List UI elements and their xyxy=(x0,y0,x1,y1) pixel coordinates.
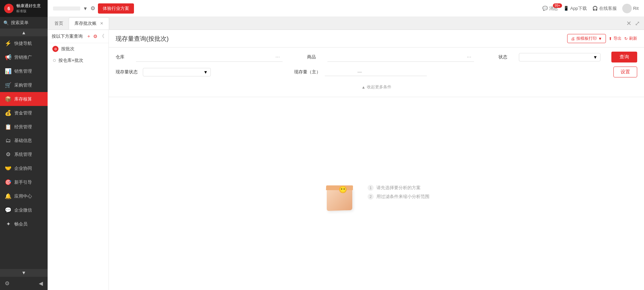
print-dropdown-icon[interactable]: ▼ xyxy=(598,36,602,41)
sidebar-item-shortcut[interactable]: ⚡快捷导航 xyxy=(0,36,48,50)
sidebar-item-finance[interactable]: 💰资金管理 xyxy=(0,106,48,120)
scheme-header-label: 按以下方案查询 xyxy=(52,33,83,39)
sidebar-label-enterprise: 企业协同 xyxy=(14,165,32,171)
tabbar: 首页 库存批次账 ✕ ✕ ⤢ xyxy=(48,17,644,30)
sidebar-label-marketing: 营销推广 xyxy=(14,54,32,60)
sales-icon: 📊 xyxy=(5,68,12,74)
stock-qty-min[interactable] xyxy=(327,69,355,74)
left-panel-actions: ＋ ⚙ 《 xyxy=(86,33,104,39)
scheme-item-batch[interactable]: ⚙ 按批次 xyxy=(48,43,108,55)
topbar-left: ▼ ⚙ 体验行业方案 xyxy=(53,3,538,14)
sidebar-label-appstore: 应用中心 xyxy=(14,193,32,199)
newbie-icon: 🎯 xyxy=(5,179,12,185)
operation-icon: 📋 xyxy=(5,124,12,130)
breadcrumb-placeholder xyxy=(53,6,80,11)
member-icon: ✦ xyxy=(5,221,12,227)
filter-warehouse: 仓库 ··· xyxy=(116,53,283,62)
sidebar-item-enterprise[interactable]: 🤝企业协同 xyxy=(0,161,48,175)
tab-home-label: 首页 xyxy=(54,20,63,26)
inventory-icon: 📦 xyxy=(5,96,12,102)
sidebar-item-purchase[interactable]: 🛒采购管理 xyxy=(0,78,48,92)
sidebar-search[interactable]: 🔍 搜索菜单 xyxy=(0,17,48,29)
sidebar-item-newbie[interactable]: 🎯新手引导 xyxy=(0,175,48,189)
page-content: 按以下方案查询 ＋ ⚙ 《 ⚙ 按批次 按仓库+批次 现存量查询(按批次) xyxy=(48,30,644,290)
sidebar-label-member: 畅会员 xyxy=(14,221,28,227)
scheme-settings-icon[interactable]: ⚙ xyxy=(93,34,98,39)
export-icon: ⬆ xyxy=(609,36,612,41)
sidebar-item-system[interactable]: ⚙系统管理 xyxy=(0,147,48,161)
stock-qty-label: 现存量（主） xyxy=(294,69,325,75)
print-icon: 🖨 xyxy=(571,36,575,41)
product-input[interactable]: ··· xyxy=(327,53,474,62)
sidebar-item-operation[interactable]: 📋经营管理 xyxy=(0,120,48,134)
hint2-num: 2 xyxy=(368,194,374,200)
query-btn[interactable]: 查询 xyxy=(611,52,637,62)
sidebar-item-sales[interactable]: 📊销售管理 xyxy=(0,64,48,78)
topbar-dropdown-icon[interactable]: ▼ xyxy=(83,6,88,11)
sidebar-scroll-up[interactable]: ▲ xyxy=(0,29,48,36)
sidebar-item-basic[interactable]: 🗂基础信息 xyxy=(0,134,48,147)
scheme-warehouse-dot xyxy=(53,59,56,62)
sidebar-item-wechat[interactable]: 💬企业微信 xyxy=(0,203,48,217)
system-icon: ⚙ xyxy=(5,151,12,158)
app-subtitle: 标准版 xyxy=(16,9,41,14)
message-icon: 💬 xyxy=(542,6,548,11)
sidebar-scroll-down[interactable]: ▼ xyxy=(0,269,48,276)
stock-status-dropdown-icon: ▼ xyxy=(203,70,208,75)
expand-btn[interactable]: ⤢ xyxy=(635,20,643,27)
sidebar-nav: ⚡快捷导航📢营销推广📊销售管理🛒采购管理📦库存核算💰资金管理📋经营管理🗂基础信息… xyxy=(0,36,48,269)
add-scheme-icon[interactable]: ＋ xyxy=(86,33,91,39)
settings-btn[interactable]: 设置 xyxy=(613,67,637,77)
topbar-right: 💬 消息 99+ 📱 App下载 🎧 在线客服 Rit xyxy=(542,4,639,13)
print-btn[interactable]: 🖨 按模板打印 ▼ xyxy=(567,34,606,43)
sidebar-item-member[interactable]: ✦畅会员 xyxy=(0,217,48,231)
collapse-up-icon: ▲ xyxy=(361,85,366,90)
tab-batch-close[interactable]: ✕ xyxy=(100,21,103,26)
collapse-filters[interactable]: ▲ 收起更多条件 xyxy=(116,81,637,93)
collapse-sidebar-icon[interactable]: ◀ xyxy=(39,280,43,287)
right-panel: 现存量查询(按批次) 🖨 按模板打印 ▼ ⬆ 导出 ↻ 刷新 xyxy=(109,30,644,290)
stock-status-select[interactable]: ▼ xyxy=(143,68,211,76)
sidebar-item-inventory[interactable]: 📦库存核算 xyxy=(0,92,48,106)
scheme-batch-icon: ⚙ xyxy=(52,46,58,52)
sidebar-label-system: 系统管理 xyxy=(14,151,32,158)
experience-btn[interactable]: 体验行业方案 xyxy=(98,3,134,14)
topbar-settings-icon[interactable]: ⚙ xyxy=(90,5,95,12)
query-actions: 查询 xyxy=(611,52,637,62)
export-btn[interactable]: ⬆ 导出 xyxy=(609,36,622,41)
topbar: ▼ ⚙ 体验行业方案 💬 消息 99+ 📱 App下载 🎧 在线客服 Rit xyxy=(48,0,644,17)
stock-status-label: 现存量状态 xyxy=(116,69,143,75)
titlebar-actions: 🖨 按模板打印 ▼ ⬆ 导出 ↻ 刷新 xyxy=(567,34,637,43)
finance-icon: 💰 xyxy=(5,110,12,116)
filter-stock-qty: 现存量（主） — xyxy=(294,68,448,76)
sidebar-item-appstore[interactable]: 🔔应用中心 xyxy=(0,189,48,203)
stock-qty-max[interactable] xyxy=(365,69,392,74)
tab-batch[interactable]: 库存批次账 ✕ xyxy=(69,17,109,30)
app-logo: 6 xyxy=(4,4,14,13)
messages-btn[interactable]: 💬 消息 99+ xyxy=(542,5,558,12)
tab-home[interactable]: 首页 xyxy=(49,18,69,29)
user-btn[interactable]: Rit xyxy=(622,4,639,13)
sidebar-label-basic: 基础信息 xyxy=(14,138,32,144)
range-separator: — xyxy=(357,69,362,74)
scheme-batch-label: 按批次 xyxy=(61,46,74,52)
warehouse-dots[interactable]: ··· xyxy=(275,54,280,60)
close-panel-btn[interactable]: ✕ xyxy=(623,20,635,27)
refresh-icon: ↻ xyxy=(624,36,628,41)
app-download-btn[interactable]: 📱 App下载 xyxy=(563,5,587,12)
product-dots[interactable]: ··· xyxy=(467,54,471,60)
warehouse-input[interactable]: ··· xyxy=(136,53,283,62)
settings-icon[interactable]: ⚙ xyxy=(5,280,10,287)
sidebar-label-newbie: 新手引导 xyxy=(14,179,32,185)
scheme-item-warehouse-batch[interactable]: 按仓库+批次 xyxy=(48,55,108,66)
filter-area: 仓库 ··· 商品 ··· xyxy=(109,48,644,97)
refresh-btn[interactable]: ↻ 刷新 xyxy=(624,36,637,41)
sidebar-label-purchase: 采购管理 xyxy=(14,82,32,88)
empty-text-block: 1 请先选择要分析的方案 2 用过滤条件来缩小分析范围 xyxy=(368,185,429,202)
sidebar-item-marketing[interactable]: 📢营销推广 xyxy=(0,50,48,64)
status-select[interactable]: ▼ xyxy=(519,53,600,61)
left-panel-collapse-icon[interactable]: 《 xyxy=(100,33,104,39)
basic-icon: 🗂 xyxy=(5,138,12,144)
service-btn[interactable]: 🎧 在线客服 xyxy=(592,5,617,12)
stock-qty-range: — xyxy=(325,68,427,76)
